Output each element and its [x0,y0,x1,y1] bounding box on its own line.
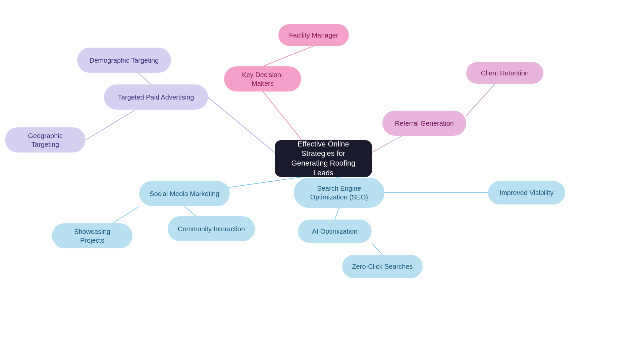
svg-line-4 [263,46,314,66]
social-label: Social Media Marketing [150,189,219,198]
center-node: Effective Online Strategies for Generati… [275,140,372,177]
targeted-paid-label: Targeted Paid Advertising [118,93,194,102]
svg-line-13 [372,243,382,255]
key-decision-label: Key Decision-Makers [233,70,292,88]
seo-label: Search Engine Optimization (SEO) [303,184,375,201]
community-label: Community Interaction [178,225,245,233]
svg-line-3 [263,91,302,140]
client-retention-node: Client Retention [466,62,543,84]
improved-visibility-node: Improved Visibility [488,181,565,204]
ai-label: AI Optimization [312,227,358,236]
client-label: Client Retention [481,69,529,77]
zero-click-searches-node: Zero-Click Searches [342,255,423,278]
referral-generation-node: Referral Generation [382,111,466,136]
community-interaction-node: Community Interaction [168,216,255,241]
showcasing-projects-node: Showcasing Projects [52,223,132,248]
demographic-targeting-node: Demographic Targeting [77,48,171,73]
improved-label: Improved Visibility [500,188,554,197]
social-media-marketing-node: Social Media Marketing [139,181,230,206]
center-label: Effective Online Strategies for Generati… [284,139,363,178]
seo-node: Search Engine Optimization (SEO) [294,178,384,208]
demographic-label: Demographic Targeting [90,56,159,65]
key-decision-makers-node: Key Decision-Makers [224,66,301,92]
geographic-label: Geographic Targeting [14,131,76,149]
targeted-paid-node: Targeted Paid Advertising [104,84,208,110]
svg-line-12 [335,208,339,220]
facility-label: Facility Manager [289,31,338,40]
showcasing-label: Showcasing Projects [61,227,123,245]
geographic-targeting-node: Geographic Targeting [5,127,86,153]
zero-label: Zero-Click Searches [352,262,413,271]
facility-manager-node: Facility Manager [278,24,349,46]
svg-line-0 [208,97,275,153]
referral-label: Referral Generation [395,119,454,128]
ai-optimization-node: AI Optimization [298,220,372,243]
